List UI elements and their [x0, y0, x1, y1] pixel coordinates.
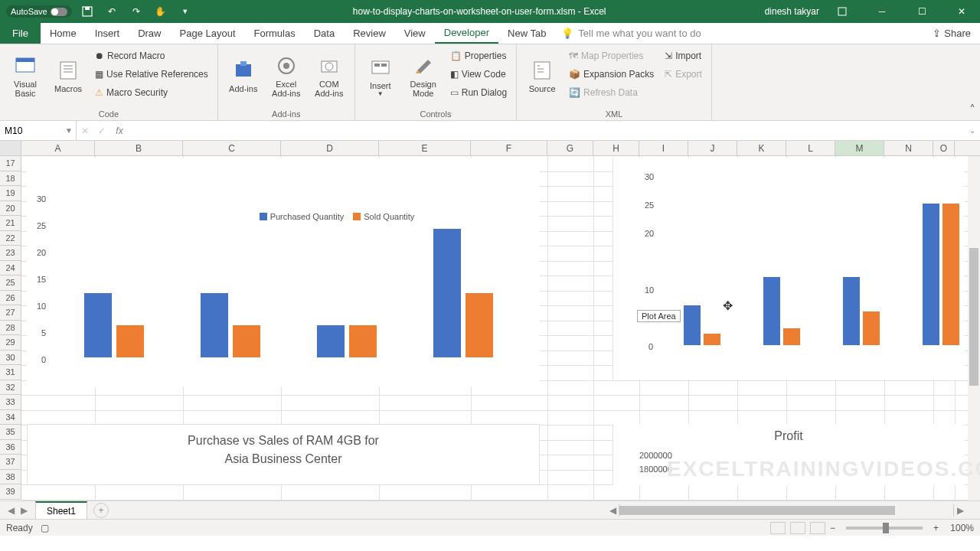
record-macro-button[interactable]: ⏺Record Macro [92, 47, 211, 64]
excel-addins-button[interactable]: Excel Add-ins [267, 47, 305, 104]
column-header[interactable]: I [639, 141, 688, 155]
row-headers[interactable]: 1718192021222324252627282930313233343536… [0, 156, 21, 500]
zoom-out-button[interactable]: − [830, 523, 835, 533]
row-header[interactable]: 38 [0, 470, 21, 485]
touch-mode-button[interactable]: ✋ [152, 2, 170, 21]
column-header[interactable]: B [95, 141, 183, 155]
xml-source-button[interactable]: Source [523, 47, 561, 104]
column-header[interactable]: H [593, 141, 639, 155]
save-button[interactable] [78, 2, 96, 21]
row-header[interactable]: 25 [0, 276, 21, 291]
column-header[interactable]: O [933, 141, 955, 155]
column-header[interactable]: D [281, 141, 379, 155]
com-addins-button[interactable]: COM Add-ins [310, 47, 348, 104]
page-break-view-button[interactable] [810, 522, 825, 534]
tab-file[interactable]: File [0, 23, 41, 44]
expand-formula-bar-button[interactable]: ⌄ [965, 126, 980, 135]
zoom-in-button[interactable]: + [933, 523, 939, 533]
maximize-button[interactable]: ☐ [905, 0, 939, 23]
row-header[interactable]: 39 [0, 484, 21, 500]
macros-button[interactable]: Macros [49, 47, 87, 104]
chevron-down-icon[interactable]: ▼ [65, 126, 73, 135]
sheet-nav-prev[interactable]: ◀ [8, 505, 15, 516]
tell-me-input[interactable]: 💡 Tell me what you want to do [561, 28, 701, 39]
row-header[interactable]: 19 [0, 186, 21, 201]
row-header[interactable]: 26 [0, 291, 21, 306]
row-header[interactable]: 37 [0, 455, 21, 470]
column-header[interactable]: J [688, 141, 737, 155]
horizontal-scrollbar[interactable] [619, 504, 954, 517]
visual-basic-button[interactable]: Visual Basic [6, 47, 44, 104]
sheet-tab-sheet1[interactable]: Sheet1 [35, 501, 87, 519]
row-header[interactable]: 36 [0, 440, 21, 455]
row-header[interactable]: 34 [0, 410, 21, 425]
tab-insert[interactable]: Insert [86, 23, 129, 44]
column-header[interactable]: A [21, 141, 95, 155]
properties-button[interactable]: 📋Properties [447, 47, 510, 64]
column-header[interactable]: K [737, 141, 786, 155]
tab-home[interactable]: Home [41, 23, 86, 44]
column-headers[interactable]: ABCDEFGHIJKLMNO [0, 141, 980, 156]
column-header[interactable]: E [379, 141, 471, 155]
autosave-toggle[interactable]: AutoSave [6, 5, 72, 18]
undo-button[interactable]: ↶ [103, 2, 121, 21]
row-header[interactable]: 18 [0, 171, 21, 187]
column-header[interactable]: C [183, 141, 281, 155]
collapse-ribbon-button[interactable]: ˄ [969, 103, 975, 117]
chart-right-bar[interactable]: 30 25 20 10 0 Plot Area ✥ [612, 158, 965, 380]
chart-title-box-left[interactable]: Purchase vs Sales of RAM 4GB for Asia Bu… [27, 424, 540, 485]
hscroll-left-button[interactable]: ◀ [606, 504, 619, 517]
row-header[interactable]: 28 [0, 321, 21, 336]
tab-formulas[interactable]: Formulas [245, 23, 305, 44]
design-mode-button[interactable]: Design Mode [404, 47, 443, 104]
row-header[interactable]: 27 [0, 305, 21, 321]
tab-data[interactable]: Data [305, 23, 344, 44]
add-sheet-button[interactable]: + [93, 503, 109, 518]
row-header[interactable]: 35 [0, 425, 21, 440]
tab-developer[interactable]: Developer [435, 23, 498, 44]
scroll-thumb[interactable] [969, 248, 978, 386]
zoom-slider[interactable] [846, 527, 923, 530]
tab-review[interactable]: Review [344, 23, 395, 44]
ribbon-options-button[interactable] [825, 0, 859, 23]
column-header[interactable]: M [835, 141, 884, 155]
row-header[interactable]: 32 [0, 380, 21, 396]
macro-record-status-icon[interactable]: ▢ [41, 523, 49, 533]
normal-view-button[interactable] [770, 522, 786, 534]
select-all-corner[interactable] [0, 141, 21, 155]
close-button[interactable]: ✕ [945, 0, 978, 23]
name-box[interactable]: M10 ▼ [0, 121, 77, 140]
hscroll-right-button[interactable]: ▶ [954, 504, 966, 517]
sheet-nav-next[interactable]: ▶ [21, 505, 28, 516]
expansion-packs-button[interactable]: 📦Expansion Packs [566, 66, 657, 83]
row-header[interactable]: 33 [0, 395, 21, 410]
insert-control-button[interactable]: Insert ▼ [361, 47, 400, 104]
tab-new-tab[interactable]: New Tab [498, 23, 555, 44]
column-header[interactable]: L [786, 141, 835, 155]
page-layout-view-button[interactable] [790, 522, 805, 534]
fx-button[interactable]: fx [110, 126, 129, 136]
run-dialog-button[interactable]: ▭Run Dialog [447, 84, 510, 101]
use-relative-button[interactable]: ▦Use Relative References [92, 66, 211, 83]
share-button[interactable]: ⇪ Share [933, 28, 980, 39]
redo-button[interactable]: ↷ [127, 2, 145, 21]
worksheet-grid[interactable]: ABCDEFGHIJKLMNO 171819202122232425262728… [0, 141, 980, 500]
import-button[interactable]: ⇲Import [662, 47, 705, 64]
row-header[interactable]: 31 [0, 365, 21, 380]
row-header[interactable]: 20 [0, 201, 21, 217]
tab-draw[interactable]: Draw [129, 23, 170, 44]
scroll-thumb[interactable] [619, 506, 895, 515]
row-header[interactable]: 21 [0, 216, 21, 231]
row-header[interactable]: 23 [0, 246, 21, 261]
addins-button[interactable]: Add-ins [224, 47, 263, 104]
macro-security-button[interactable]: ⚠Macro Security [92, 84, 211, 101]
zoom-level[interactable]: 100% [943, 523, 974, 533]
vertical-scrollbar[interactable] [968, 156, 980, 500]
user-name[interactable]: dinesh takyar [765, 6, 819, 17]
chart-purchase-vs-sales-left[interactable]: Purchased Quantity Sold Quantity 30 25 2… [27, 158, 540, 387]
row-header[interactable]: 24 [0, 261, 21, 276]
minimize-button[interactable]: ─ [865, 0, 899, 23]
row-header[interactable]: 22 [0, 231, 21, 246]
view-code-button[interactable]: ◧View Code [447, 66, 510, 83]
tab-page-layout[interactable]: Page Layout [171, 23, 245, 44]
